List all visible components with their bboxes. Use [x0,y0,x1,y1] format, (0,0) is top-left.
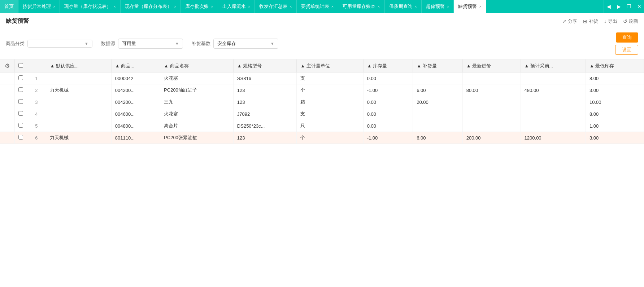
row-replenish-qty-cell [413,108,463,120]
commodity-class-select[interactable]: ▼ [27,40,92,48]
share-button[interactable]: ⤢ 分享 [562,18,577,25]
th-min-stock[interactable]: ▲ 最低库存 [586,59,644,72]
nav-tab-1-close[interactable]: × [53,4,55,9]
row-checkbox-1[interactable] [18,87,23,92]
top-nav: 首页 拣货异常处理 × 现存量（库存状况表） × 现存量（库存分布表） × 库存… [0,0,644,13]
nav-tab-6-close[interactable]: × [290,4,292,9]
nav-tab-2[interactable]: 现存量（库存状况表） × [60,0,120,13]
row-replenish-qty-cell: 6.00 [413,132,463,144]
row-product-name-cell: PC200油缸缸子 [160,84,234,96]
commodity-class-chevron-icon: ▼ [84,41,88,46]
data-source-select[interactable]: 可用量 ▼ [118,39,183,49]
th-stock[interactable]: ▲ 库存量 [363,59,413,72]
row-est-purchase-cell [521,72,586,84]
nav-tab-7-close[interactable]: × [331,4,334,9]
row-spec-cell: DS250*23c... [233,120,297,132]
row-latest-price-cell: 80.00 [462,84,521,96]
nav-tab-home[interactable]: 首页 [0,0,18,13]
nav-tab-11-label: 缺货预警 [458,3,477,10]
row-spec-cell: J7092 [233,108,297,120]
row-latest-price-cell [462,96,521,108]
th-default-supplier-label: ▲ 默认供应... [50,63,78,69]
page-header: 缺货预警 ⤢ 分享 ⊞ 补货 ↓ 导出 ↺ 刷新 [0,13,644,28]
row-unit-cell: 支 [297,108,363,120]
nav-tab-6[interactable]: 收发存汇总表 × [255,0,296,13]
replenish-base-select[interactable]: 安全库存 ▼ [213,39,278,49]
settings-button[interactable]: 设置 [615,45,638,55]
table-row: 5 004800... 离合片 DS250*23c... 只 0.00 1.00 [0,120,644,132]
nav-close-button[interactable]: ✕ [634,0,644,13]
export-label: 导出 [608,18,617,25]
row-checkbox-2[interactable] [18,99,23,104]
nav-tab-9-close[interactable]: × [415,4,417,9]
row-settings-cell [0,72,14,84]
nav-restore-button[interactable]: ❐ [624,0,634,13]
nav-tab-11[interactable]: 缺货预警 × [454,0,486,13]
row-num-cell: 6 [27,132,46,144]
nav-next-button[interactable]: ▶ [614,0,624,13]
th-product-name[interactable]: ▲ 商品名称 [160,59,234,72]
row-product-name-cell: PC200张紧油缸 [160,132,234,144]
refresh-button[interactable]: ↺ 刷新 [623,18,638,25]
row-checkbox-4[interactable] [18,123,23,128]
th-product-code-label: ▲ 商品... [115,63,134,69]
nav-tab-11-close[interactable]: × [479,4,481,9]
row-num-cell: 1 [27,72,46,84]
row-settings-cell [0,96,14,108]
nav-tab-6-label: 收发存汇总表 [259,3,287,10]
th-est-purchase[interactable]: ▲ 预计采购... [521,59,586,72]
filter-actions: 查询 设置 [615,32,638,55]
row-unit-cell: 只 [297,120,363,132]
select-all-checkbox[interactable] [18,63,23,68]
row-replenish-qty-cell: 20.00 [413,96,463,108]
th-replenish-qty[interactable]: ▲ 补货量 [413,59,463,72]
nav-tab-3[interactable]: 现存量（库存分布表） × [121,0,181,13]
export-button[interactable]: ↓ 导出 [604,18,617,25]
nav-tab-4-close[interactable]: × [211,4,213,9]
row-product-name-cell: 火花塞 [160,72,234,84]
row-spec-cell: 123 [233,132,297,144]
th-spec[interactable]: ▲ 规格型号 [233,59,297,72]
data-source-label: 数据源 [101,40,115,47]
nav-tab-4[interactable]: 库存批次账 × [181,0,218,13]
nav-tab-2-close[interactable]: × [113,4,116,9]
table-settings-icon[interactable]: ⚙ [5,63,10,69]
table-body: 1 0000042 火花塞 SS816 支 0.00 8.00 2 力天机械 0… [0,72,644,144]
row-product-name-cell: 离合片 [160,120,234,132]
nav-tab-9[interactable]: 保质期查询 × [385,0,422,13]
table-row: 1 0000042 火花塞 SS816 支 0.00 8.00 [0,72,644,84]
nav-tab-1[interactable]: 拣货异常处理 × [18,0,60,13]
row-num-cell: 3 [27,96,46,108]
nav-tab-7[interactable]: 要货单统计表 × [297,0,338,13]
replenish-button[interactable]: ⊞ 补货 [583,18,598,25]
row-spec-cell: 123 [233,96,297,108]
nav-tab-8-close[interactable]: × [378,4,380,9]
nav-tab-3-label: 现存量（库存分布表） [125,3,172,10]
row-min-stock-cell: 3.00 [586,84,644,96]
th-unit[interactable]: ▲ 主计量单位 [297,59,363,72]
row-product-name-cell: 三九 [160,96,234,108]
nav-tab-5[interactable]: 出入库流水 × [218,0,255,13]
row-supplier-cell [46,96,111,108]
nav-prev-button[interactable]: ◀ [604,0,614,13]
nav-tab-10[interactable]: 超储预警 × [422,0,454,13]
row-checkbox-5[interactable] [18,135,23,140]
nav-tab-10-close[interactable]: × [447,4,449,9]
th-settings: ⚙ [0,59,14,72]
nav-tab-3-close[interactable]: × [174,4,176,9]
row-num-cell: 5 [27,120,46,132]
row-supplier-cell [46,72,111,84]
nav-tab-1-label: 拣货异常处理 [23,3,51,10]
th-product-code[interactable]: ▲ 商品... [111,59,160,72]
nav-tab-8[interactable]: 可用量库存账本 × [338,0,384,13]
row-stock-cell: -1.00 [363,84,413,96]
row-latest-price-cell: 200.00 [462,132,521,144]
nav-tab-5-close[interactable]: × [248,4,250,9]
row-min-stock-cell: 8.00 [586,108,644,120]
th-latest-price[interactable]: ▲ 最新进价 [462,59,521,72]
row-checkbox-3[interactable] [18,111,23,116]
nav-tab-4-label: 库存批次账 [185,3,209,10]
query-button[interactable]: 查询 [616,32,638,43]
row-checkbox-0[interactable] [18,75,23,80]
th-default-supplier[interactable]: ▲ 默认供应... [46,59,111,72]
